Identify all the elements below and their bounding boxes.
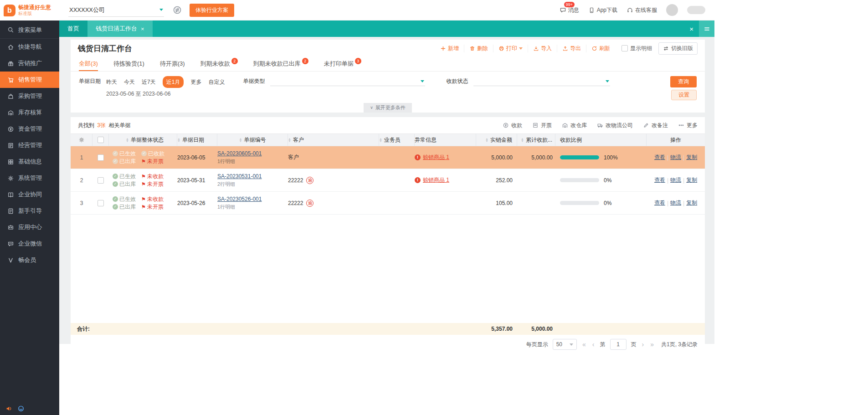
status-tab-1[interactable]: 全部(3) [79, 57, 98, 71]
print-button[interactable]: 打印 [493, 45, 528, 52]
column-settings-gear-icon[interactable] [78, 137, 85, 143]
column-header-7[interactable]: ▲▼实销金额 [476, 134, 517, 146]
tab-home[interactable]: 首页 [59, 20, 87, 37]
date-option[interactable]: 今天 [124, 77, 135, 87]
sidebar-item-search[interactable]: 搜索菜单 [0, 21, 59, 39]
company-selector[interactable]: XXXXXX公司 [68, 4, 164, 17]
show-detail-toggle[interactable]: 显示明细 [621, 45, 652, 52]
status-tab-3[interactable]: 待开票(3) [160, 57, 185, 71]
date-option-selected[interactable]: 近1月 [163, 76, 184, 88]
sidebar-item-coin[interactable]: 资金管理 [0, 121, 59, 137]
messages-button[interactable]: 消息 99+ [560, 6, 579, 14]
table-row[interactable]: 2✓已生效⚑未收款✓已出库⚑未开票2023-05-31SA-20230531-0… [71, 169, 705, 192]
refresh-button[interactable]: 刷新 [586, 45, 615, 52]
row-action-copy[interactable]: 复制 [686, 199, 697, 207]
column-header-2[interactable]: ▲▼单据日期 [177, 134, 217, 146]
avatar[interactable] [666, 4, 678, 16]
add-button[interactable]: 新增 [435, 45, 464, 52]
column-header-5[interactable]: ▲▼业务员 [379, 134, 415, 146]
app-download-button[interactable]: App下载 [588, 6, 617, 14]
change-remark-button[interactable]: 改备注 [643, 122, 668, 129]
expand-more-button[interactable]: ∨ 展开更多条件 [364, 103, 412, 113]
page-input[interactable]: 1 [610, 339, 627, 350]
sidebar-item-apps[interactable]: 应用中心 [0, 219, 59, 236]
trial-solution-button[interactable]: 体验行业方案 [190, 4, 234, 17]
doc-type-select[interactable] [270, 76, 425, 86]
search-button[interactable]: 查询 [670, 76, 697, 87]
exception-link[interactable]: 赊销商品 1 [423, 176, 449, 184]
help-service-icon[interactable] [17, 405, 25, 412]
sidebar-item-gift[interactable]: 营销推广 [0, 55, 59, 72]
row-action-copy[interactable]: 复制 [686, 154, 697, 161]
sidebar-item-cart[interactable]: 销售管理 [0, 72, 59, 88]
receive-payment-button[interactable]: 收款 [503, 122, 522, 129]
import-button[interactable]: 导入 [528, 45, 557, 52]
pay-status-select[interactable] [473, 76, 610, 86]
change-logistics-button[interactable]: 改物流公司 [597, 122, 633, 129]
tab-list-icon[interactable] [699, 20, 714, 37]
row-action-view[interactable]: 查看 [654, 176, 665, 184]
column-header-8[interactable]: ▲▼累计收款... [517, 134, 555, 146]
sidebar-item-book[interactable]: 企业协同 [0, 186, 59, 203]
row-action-view[interactable]: 查看 [654, 154, 665, 161]
make-invoice-button[interactable]: 开票 [532, 122, 552, 129]
date-range-picker[interactable]: 2023-05-06 至 2023-06-06 [106, 90, 225, 98]
table-row[interactable]: 3✓已生效⚑未收款✓已出库⚑未开票2023-05-26SA-20230526-0… [71, 192, 705, 215]
online-service-button[interactable]: 在线客服 [627, 6, 657, 14]
row-checkbox[interactable] [98, 154, 104, 161]
date-option[interactable]: 昨天 [106, 77, 117, 87]
sidebar-item-wechat[interactable]: 企业微信 [0, 236, 59, 252]
delete-button[interactable]: 删除 [464, 45, 493, 52]
sidebar-item-warehouse[interactable]: 库存核算 [0, 104, 59, 121]
sidebar-item-gear[interactable]: 系统管理 [0, 170, 59, 186]
prev-page-button[interactable]: ‹ [591, 341, 596, 348]
doc-number-link[interactable]: SA-20230605-001 [217, 150, 262, 157]
row-action-copy[interactable]: 复制 [686, 176, 697, 184]
row-checkbox[interactable] [98, 200, 104, 206]
column-header-3[interactable]: ▲▼单据编号 [217, 134, 288, 146]
per-page-select[interactable]: 50 [553, 339, 577, 350]
tab-workbench[interactable]: 钱货日清工作台 × [87, 20, 153, 37]
sidebar-item-label: 搜索菜单 [18, 26, 42, 34]
date-option[interactable]: 自定义 [208, 77, 225, 87]
status-tab-2[interactable]: 待拣验货(1) [113, 57, 144, 71]
switch-account-icon[interactable] [172, 5, 182, 15]
row-action-view[interactable]: 查看 [654, 199, 665, 207]
sidebar-item-report[interactable]: 经营管理 [0, 137, 59, 154]
sidebar-item-guide[interactable]: 新手引导 [0, 203, 59, 219]
sidebar-item-info[interactable]: 基础信息 [0, 154, 59, 170]
row-action-logistics[interactable]: 物流 [670, 176, 681, 184]
close-tab-icon[interactable]: × [141, 26, 144, 32]
change-warehouse-button[interactable]: 改仓库 [562, 122, 587, 129]
date-option[interactable]: 近7天 [142, 77, 156, 87]
row-action-logistics[interactable]: 物流 [670, 199, 681, 207]
more-actions-button[interactable]: 更多 [678, 122, 698, 129]
table-row[interactable]: 1✓已生效✓已收款✓已出库⚑未开票2023-06-05SA-20230605-0… [71, 146, 705, 169]
row-checkbox[interactable] [98, 177, 104, 184]
table-body: 1✓已生效✓已收款✓已出库⚑未开票2023-06-05SA-20230605-0… [71, 146, 705, 215]
next-page-button[interactable]: › [641, 341, 645, 348]
status-tab-5[interactable]: 到期未收款已出库2 [253, 57, 308, 71]
sidebar-item-member[interactable]: 畅会员 [0, 252, 59, 268]
exception-link[interactable]: 赊销商品 1 [423, 154, 449, 161]
user-menu[interactable] [687, 6, 705, 14]
sidebar-item-home[interactable]: 快捷导航 [0, 39, 59, 55]
status-tab-6[interactable]: 未打印单据3 [324, 57, 361, 71]
doc-number-link[interactable]: SA-20230531-001 [217, 173, 262, 179]
column-header-4[interactable]: ▲▼客户 [288, 134, 379, 146]
switch-old-version-button[interactable]: 切换旧版 [658, 42, 698, 55]
show-detail-checkbox[interactable] [621, 45, 628, 51]
date-option[interactable]: 更多 [190, 77, 201, 87]
doc-number-link[interactable]: SA-20230526-001 [217, 196, 262, 202]
last-page-button[interactable]: » [649, 341, 655, 348]
column-header-1[interactable]: ▲▼单据整体状态 [109, 134, 177, 146]
select-all-checkbox[interactable] [98, 137, 104, 143]
first-page-button[interactable]: « [581, 341, 587, 348]
announcement-icon[interactable] [5, 405, 13, 412]
settings-button[interactable]: 设置 [671, 90, 697, 100]
row-action-logistics[interactable]: 物流 [670, 154, 681, 161]
status-tab-4[interactable]: 到期未收款2 [200, 57, 238, 71]
close-all-tabs-icon[interactable]: × [684, 25, 699, 33]
export-button[interactable]: 导出 [557, 45, 586, 52]
sidebar-item-bag[interactable]: 采购管理 [0, 88, 59, 104]
